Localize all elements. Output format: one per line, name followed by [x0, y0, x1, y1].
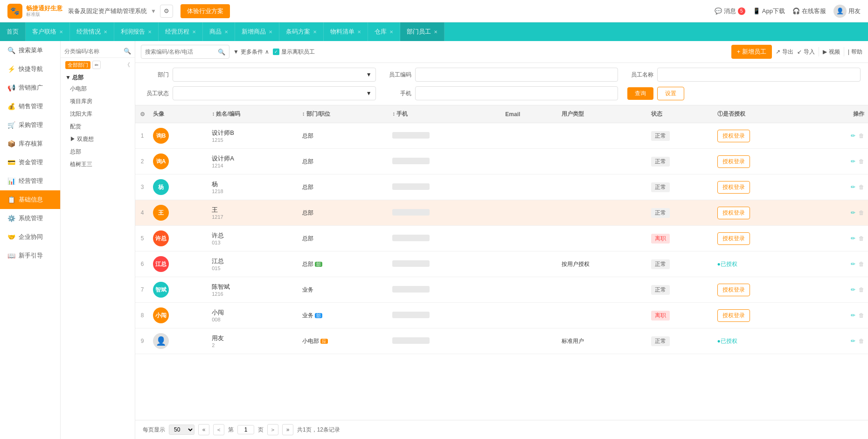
delete-button[interactable]: 🗑 [859, 184, 864, 190]
search-input[interactable] [145, 49, 215, 55]
auth-button[interactable]: 授权登录 [717, 207, 750, 219]
dept-item-project[interactable]: 项目库房 [61, 95, 135, 108]
sidebar-item-marketing[interactable]: 📢 营销推广 [0, 78, 60, 97]
sidebar-item-system[interactable]: ⚙️ 系统管理 [0, 209, 60, 228]
tab-warehouse[interactable]: 仓库 ✕ [368, 22, 400, 41]
sidebar-item-management[interactable]: 📊 经营管理 [0, 172, 60, 190]
dept-collapse-button[interactable]: 《 [125, 61, 130, 69]
query-button[interactable]: 查询 [627, 87, 653, 100]
close-icon[interactable]: ✕ [59, 29, 63, 35]
edit-button[interactable]: ✏ [851, 184, 855, 190]
settings-button[interactable]: ⚙ [160, 5, 173, 18]
sidebar-item-sales[interactable]: 💰 销售管理 [0, 97, 60, 116]
close-icon[interactable]: ✕ [269, 29, 272, 35]
close-icon[interactable]: ✕ [104, 29, 107, 35]
dept-item-headquarters[interactable]: 总部 [61, 146, 135, 158]
close-icon[interactable]: ✕ [313, 29, 317, 35]
delete-button[interactable]: 🗑 [859, 209, 864, 216]
dept-select[interactable]: ▼ [173, 68, 376, 82]
tab-home[interactable]: 首页 [0, 22, 26, 41]
close-icon[interactable]: ✕ [389, 29, 393, 35]
delete-button[interactable]: 🗑 [859, 158, 864, 165]
edit-button[interactable]: ✏ [851, 209, 855, 216]
sidebar-item-collab[interactable]: 🤝 企业协同 [0, 228, 60, 246]
delete-button[interactable]: 🗑 [859, 235, 864, 242]
tab-barcode[interactable]: 条码方案 ✕ [279, 22, 324, 41]
user-menu-button[interactable]: 👤 用友 [833, 5, 861, 18]
export-button[interactable]: ↗ 导出 [776, 48, 793, 56]
edit-button[interactable]: ✏ [851, 158, 855, 165]
close-icon[interactable]: ✕ [434, 29, 437, 35]
system-dropdown-arrow[interactable]: ▼ [151, 8, 156, 14]
last-page-button[interactable]: » [282, 424, 293, 435]
sidebar-item-base[interactable]: 📋 基础信息 [0, 190, 60, 209]
delete-button[interactable]: 🗑 [859, 132, 864, 139]
close-icon[interactable]: ✕ [357, 29, 361, 35]
delete-button[interactable]: 🗑 [859, 261, 864, 267]
col-settings[interactable]: ⚙ [135, 105, 149, 123]
sidebar-item-search[interactable]: 🔍 搜索菜单 [0, 41, 60, 60]
prev-page-button[interactable]: ＜ [213, 424, 224, 435]
tab-operation[interactable]: 经营情况 ✕ [70, 22, 114, 41]
more-filter-button[interactable]: ▼ 更多条件 ∧ [233, 48, 269, 56]
edit-button[interactable]: ✏ [851, 338, 855, 344]
auth-button[interactable]: 授权登录 [717, 155, 750, 168]
auth-button[interactable]: 授权登录 [717, 284, 750, 296]
import-button[interactable]: ↙ 导入 [797, 48, 815, 56]
edit-button[interactable]: ✏ [851, 235, 855, 242]
tab-history[interactable]: 经营历程 ✕ [159, 22, 203, 41]
sidebar-item-nav[interactable]: ⚡ 快捷导航 [0, 60, 60, 78]
add-employee-button[interactable]: + 新增员工 [731, 45, 772, 59]
online-service-button[interactable]: 🎧 在线客服 [792, 7, 826, 15]
delete-button[interactable]: 🗑 [859, 286, 864, 293]
sidebar-item-purchase[interactable]: 🛒 采购管理 [0, 116, 60, 134]
tab-customer[interactable]: 客户联络 ✕ [26, 22, 70, 41]
close-icon[interactable]: ✕ [148, 29, 152, 35]
page-input[interactable] [237, 425, 254, 434]
dept-search-input[interactable] [64, 48, 122, 55]
empname-input[interactable] [657, 68, 861, 82]
tab-profit[interactable]: 利润报告 ✕ [114, 22, 159, 41]
set-button[interactable]: 设置 [657, 87, 684, 100]
auth-button[interactable]: 授权登录 [717, 181, 750, 194]
dept-item-shuangluxiang[interactable]: ▶ 双鹿想 [61, 133, 135, 146]
close-icon[interactable]: ✕ [224, 29, 228, 35]
edit-button[interactable]: ✏ [851, 132, 855, 139]
status-select[interactable]: ▼ [173, 86, 376, 100]
dept-item-shenyang[interactable]: 沈阳大库 [61, 108, 135, 120]
first-page-button[interactable]: « [198, 424, 209, 435]
phone-input[interactable] [415, 86, 618, 100]
edit-button[interactable]: ✏ [851, 312, 855, 319]
sidebar-item-guide[interactable]: 📖 新手引导 [0, 246, 60, 265]
dept-item-dispatch[interactable]: 配货 [61, 120, 135, 133]
sidebar-item-finance[interactable]: 💳 资金管理 [0, 153, 60, 172]
edit-button[interactable]: ✏ [851, 261, 855, 267]
help-button[interactable]: | 帮助 [848, 48, 862, 56]
dept-item-zhishu[interactable]: 植树王三 [61, 158, 135, 171]
page-size-select[interactable]: 50 100 200 [169, 425, 194, 435]
delete-button[interactable]: 🗑 [859, 312, 864, 319]
messages-button[interactable]: 💬 消息 5 [715, 7, 745, 15]
empcode-input[interactable] [415, 68, 618, 82]
col-name-code[interactable]: ↕ 姓名/编码 [208, 105, 298, 123]
next-page-button[interactable]: ＞ [267, 424, 278, 435]
auth-button[interactable]: 授权登录 [717, 130, 750, 142]
dept-item-xiaodibu[interactable]: 小电部 [61, 83, 135, 95]
delete-button[interactable]: 🗑 [859, 338, 864, 344]
auth-button[interactable]: 授权登录 [717, 232, 750, 245]
sidebar-item-inventory[interactable]: 📦 库存核算 [0, 134, 60, 153]
close-icon[interactable]: ✕ [192, 29, 196, 35]
show-resigned-checkbox[interactable]: ✓ 显示离职员工 [273, 48, 315, 56]
app-download-button[interactable]: 📱 App下载 [753, 7, 785, 15]
tab-add-goods[interactable]: 新增商品 ✕ [235, 22, 279, 41]
tab-bom[interactable]: 物料清单 ✕ [324, 22, 368, 41]
trial-button[interactable]: 体验行业方案 [181, 4, 230, 18]
video-button[interactable]: ▶ 视频 [823, 48, 840, 56]
tab-goods[interactable]: 商品 ✕ [203, 22, 235, 41]
col-dept-position[interactable]: ↕ 部门/职位 [299, 105, 389, 123]
auth-button[interactable]: 授权登录 [717, 309, 750, 322]
edit-button[interactable]: ✏ [851, 286, 855, 293]
col-phone[interactable]: ↕ 手机 [389, 105, 501, 123]
dept-edit-button[interactable]: ✏ [92, 61, 101, 69]
tab-department-staff[interactable]: 部门员工 ✕ [400, 22, 444, 41]
